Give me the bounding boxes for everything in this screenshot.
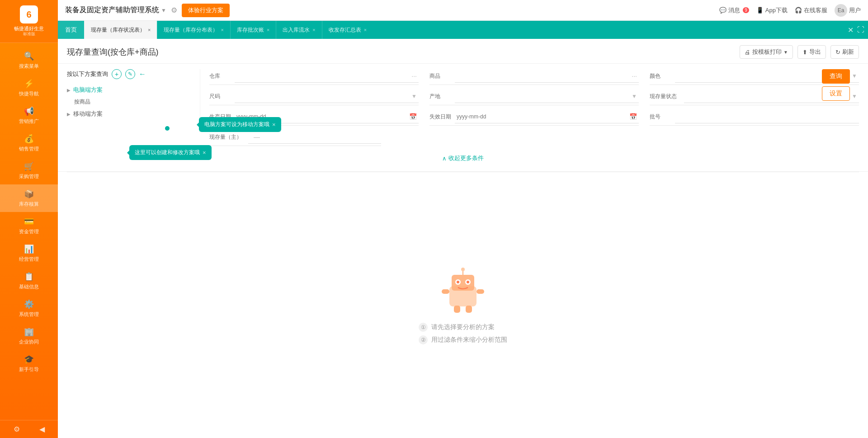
tab-inout-flow[interactable]: 出入库流水 × (276, 21, 321, 39)
tab-close-icon-0[interactable]: × (148, 27, 151, 33)
scheme-mobile-label: 移动端方案 (73, 110, 103, 118)
export-icon: ⬆ (802, 49, 807, 56)
tab-close-icon-4[interactable]: × (364, 27, 367, 33)
app-download-icon: 📱 (756, 7, 764, 14)
color-dropdown-icon: ▼ (852, 73, 857, 79)
refresh-button[interactable]: ↻ 刷新 (830, 45, 859, 59)
export-button[interactable]: ⬆ 导出 (797, 45, 826, 59)
expiry-date-input[interactable] (457, 113, 629, 120)
collapse-sidebar-btn[interactable]: ◀ (39, 425, 45, 433)
sidebar-item-quick[interactable]: ⚡ 快捷导航 (0, 74, 58, 102)
tab-close-icon-2[interactable]: × (267, 27, 269, 33)
sidebar-item-finance[interactable]: 💳 资金管理 (0, 212, 58, 240)
size-select-area[interactable]: ▼ (235, 89, 419, 103)
scheme-item-mobile[interactable]: ▶ 移动端方案 (67, 108, 193, 119)
sidebar-item-enterprise[interactable]: 🏢 企业协同 (0, 322, 58, 350)
sidebar: 6 畅捷通好生意 标准版 🔍 搜索菜单 ⚡ 快捷导航 📢 营销推广 💰 销售管理… (0, 0, 58, 438)
print-button[interactable]: 🖨 按模板打印 ▼ (740, 45, 793, 59)
expiry-date-input-area[interactable]: 📅 (455, 110, 639, 123)
product-more-icon[interactable]: ··· (632, 72, 637, 80)
tab-close-icon-1[interactable]: × (221, 27, 223, 33)
sidebar-item-basic[interactable]: 📋 基础信息 (0, 267, 58, 295)
connector-dot (165, 126, 170, 131)
page-header: 现存量查询(按仓库+商品) 🖨 按模板打印 ▼ ⬆ 导出 ↻ 刷新 (58, 39, 868, 64)
marketing-icon: 📢 (24, 106, 34, 116)
page-title: 现存量查询(按仓库+商品) (67, 47, 159, 57)
tab-close-all-icon[interactable]: ✕ (848, 26, 854, 34)
empty-illustration (438, 266, 488, 316)
filter-row-1: 仓库 ··· 商品 ··· (209, 69, 859, 85)
tab-expand-icon[interactable]: ⛶ (857, 26, 864, 34)
quick-icon: ⚡ (24, 79, 34, 89)
system-settings-icon[interactable]: ⚙ (171, 6, 177, 14)
empty-state: ① 请先选择要分析的方案 ② 用过滤条件来缩小分析范围 (58, 172, 868, 438)
hint-number-1: ① (419, 323, 428, 332)
search-icon: 🔍 (24, 51, 34, 61)
tab-inventory-distribution[interactable]: 现存量（库存分布表） × (157, 21, 230, 39)
add-scheme-btn[interactable]: + (112, 69, 122, 79)
sidebar-item-search[interactable]: 🔍 搜索菜单 (0, 47, 58, 74)
inventory-qty-input-area[interactable]: — (248, 130, 381, 144)
product-input-area[interactable]: ··· (455, 69, 639, 83)
svg-rect-6 (442, 289, 449, 294)
tooltip1-close-btn[interactable]: × (272, 121, 276, 128)
tab-inventory-status[interactable]: 现存量（库存状况表） × (84, 21, 157, 39)
sidebar-item-marketing[interactable]: 📢 营销推广 (0, 102, 58, 129)
filter-row-3: 生产日期 📅 失效日期 📅 (209, 110, 859, 126)
guide-icon: 🎓 (24, 354, 34, 364)
sidebar-item-sales[interactable]: 💰 销售管理 (0, 129, 58, 157)
range-dash-icon: — (250, 133, 264, 141)
sidebar-item-purchase[interactable]: 🛒 采购管理 (0, 157, 58, 184)
refresh-icon: ↻ (835, 49, 840, 56)
svg-point-11 (461, 268, 465, 271)
system-name-dropdown[interactable]: 装备及固定资产辅助管理系统 ▼ (65, 5, 166, 15)
edit-scheme-btn[interactable]: ✎ (125, 69, 135, 79)
sidebar-item-guide[interactable]: 🎓 新手引导 (0, 350, 58, 377)
avatar: Ea (835, 4, 847, 17)
production-date-calendar-icon[interactable]: 📅 (409, 113, 417, 120)
batch-number-input[interactable] (677, 113, 857, 120)
back-arrow-icon[interactable]: ← (139, 70, 146, 78)
svg-rect-1 (452, 275, 474, 291)
system-icon: ⚙️ (24, 299, 34, 309)
origin-select-area[interactable]: ▼ (455, 89, 639, 103)
expiry-date-calendar-icon[interactable]: 📅 (629, 113, 637, 120)
sidebar-item-system[interactable]: ⚙️ 系统管理 (0, 295, 58, 322)
filter-fields-panel: 仓库 ··· 商品 ··· (200, 69, 859, 151)
notification-action[interactable]: 💬 消息 9 (719, 6, 749, 14)
sales-icon: 💰 (24, 134, 34, 144)
trial-button[interactable]: 体验行业方案 (182, 4, 230, 17)
warehouse-input-area[interactable]: ··· (235, 69, 419, 83)
app-download-action[interactable]: 📱 App下载 (756, 6, 788, 14)
online-support-action[interactable]: 🎧 在线客服 (795, 6, 827, 14)
scheme-desktop-label: 电脑端方案 (73, 86, 103, 94)
tab-home[interactable]: 首页 (58, 21, 84, 39)
scheme-list: ▶ 电脑端方案 按商品 ▶ 移动端方案 (67, 85, 193, 119)
hint-number-2: ② (419, 335, 428, 344)
tooltip2-text: 这里可以创建和修改方案哦 (135, 149, 200, 156)
batch-number-field: 批号 (650, 110, 859, 126)
tooltip-scheme-tip: 电脑方案可设为移动方案哦 × (199, 117, 281, 132)
svg-rect-8 (454, 306, 460, 313)
system-name-text: 装备及固定资产辅助管理系统 (65, 5, 159, 15)
tab-batch-account[interactable]: 库存批次账 × (230, 21, 276, 39)
tab-close-icon-3[interactable]: × (312, 27, 315, 33)
user-action[interactable]: Ea 用户 (835, 4, 861, 17)
scheme-panel: 按以下方案查询 + ✎ ← ▶ 电脑端方案 (67, 69, 200, 125)
inventory-icon: 📦 (24, 189, 34, 199)
sidebar-item-operation[interactable]: 📊 经营管理 (0, 240, 58, 267)
batch-number-input-area[interactable] (675, 110, 859, 123)
query-button[interactable]: 查询 (822, 69, 850, 84)
settings-footer-btn[interactable]: ⚙ (14, 425, 20, 433)
warehouse-more-icon[interactable]: ··· (411, 72, 417, 80)
scheme-sub-item[interactable]: 按商品 (74, 98, 193, 106)
tooltip2-close-btn[interactable]: × (203, 149, 206, 156)
scheme-item-desktop[interactable]: ▶ 电脑端方案 (67, 85, 193, 95)
sidebar-footer: ⚙ ◀ (0, 420, 58, 438)
reset-button[interactable]: 设置 (822, 86, 850, 101)
tab-bar: 首页 现存量（库存状况表） × 现存量（库存分布表） × 库存批次账 × 出入库… (58, 21, 868, 39)
basic-icon: 📋 (24, 272, 34, 282)
sidebar-item-inventory[interactable]: 📦 库存核算 (0, 184, 58, 212)
tab-actions: ✕ ⛶ (844, 26, 868, 34)
tab-summary[interactable]: 收发存汇总表 × (322, 21, 373, 39)
